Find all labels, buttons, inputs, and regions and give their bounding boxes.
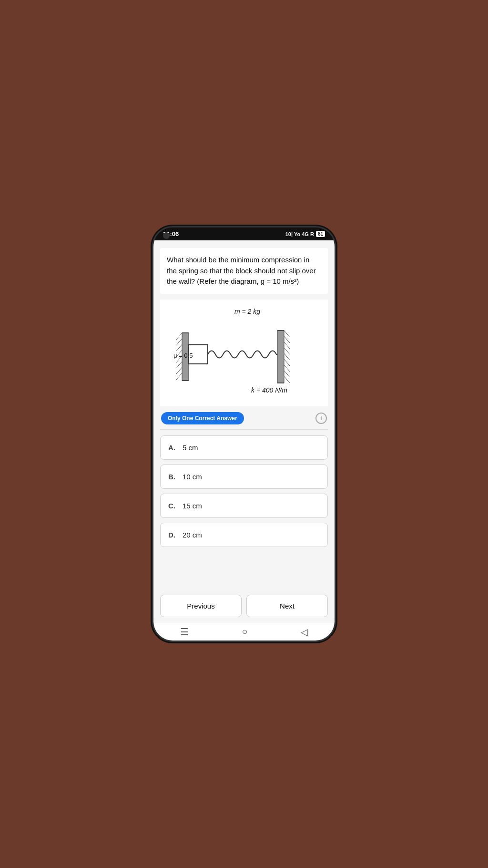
svg-line-18 — [284, 359, 290, 366]
svg-line-21 — [284, 376, 290, 383]
svg-line-17 — [284, 353, 290, 360]
svg-line-9 — [176, 373, 182, 380]
option-a-value: 5 cm — [183, 444, 198, 452]
option-d-value: 20 cm — [183, 531, 202, 539]
svg-line-19 — [284, 365, 290, 372]
option-c[interactable]: C. 15 cm — [160, 494, 328, 518]
svg-line-8 — [176, 367, 182, 374]
back-icon[interactable]: ◁ — [301, 626, 308, 638]
signal-icons: 10| Yo 4G R — [285, 231, 314, 237]
option-d[interactable]: D. 20 cm — [160, 523, 328, 547]
diagram-container: m = 2 kg μ = 0.5 — [160, 300, 328, 406]
svg-line-13 — [284, 331, 290, 337]
option-c-letter: C. — [168, 502, 177, 510]
answer-type-badge: Only One Correct Answer — [161, 412, 244, 424]
svg-text:k = 400 N/m: k = 400 N/m — [251, 386, 287, 394]
bottom-nav: ☰ ○ ◁ — [153, 622, 335, 641]
option-b-letter: B. — [168, 473, 177, 481]
svg-line-14 — [284, 336, 290, 343]
option-a-letter: A. — [168, 444, 177, 452]
diagram-svg: m = 2 kg μ = 0.5 — [167, 304, 321, 400]
option-c-value: 15 cm — [183, 502, 202, 510]
svg-line-3 — [176, 339, 182, 345]
svg-line-7 — [176, 362, 182, 368]
svg-line-4 — [176, 344, 182, 351]
svg-line-20 — [284, 371, 290, 377]
previous-button[interactable]: Previous — [160, 595, 242, 617]
answer-type-row: Only One Correct Answer i — [160, 412, 328, 424]
svg-line-15 — [284, 342, 290, 349]
home-icon[interactable]: ○ — [242, 626, 247, 637]
svg-line-2 — [176, 333, 182, 340]
next-button[interactable]: Next — [246, 595, 328, 617]
option-b[interactable]: B. 10 cm — [160, 465, 328, 489]
svg-text:m = 2 kg: m = 2 kg — [234, 308, 260, 315]
phone-frame: 11:06 10| Yo 4G R 81 What should be the … — [153, 227, 335, 641]
svg-rect-12 — [277, 331, 284, 383]
option-a[interactable]: A. 5 cm — [160, 435, 328, 460]
svg-line-16 — [284, 348, 290, 354]
menu-icon[interactable]: ☰ — [180, 626, 189, 638]
divider — [160, 429, 328, 430]
status-right: 10| Yo 4G R 81 — [285, 231, 325, 237]
option-b-value: 10 cm — [183, 473, 202, 481]
svg-text:μ = 0.5: μ = 0.5 — [173, 352, 193, 359]
battery-indicator: 81 — [316, 231, 325, 237]
option-d-letter: D. — [168, 531, 177, 539]
status-bar: 11:06 10| Yo 4G R 81 — [153, 227, 335, 240]
nav-buttons: Previous Next — [153, 590, 335, 622]
question-text: What should be the minimum compression i… — [160, 248, 328, 294]
screen-content: What should be the minimum compression i… — [153, 240, 335, 590]
info-icon[interactable]: i — [315, 413, 327, 424]
